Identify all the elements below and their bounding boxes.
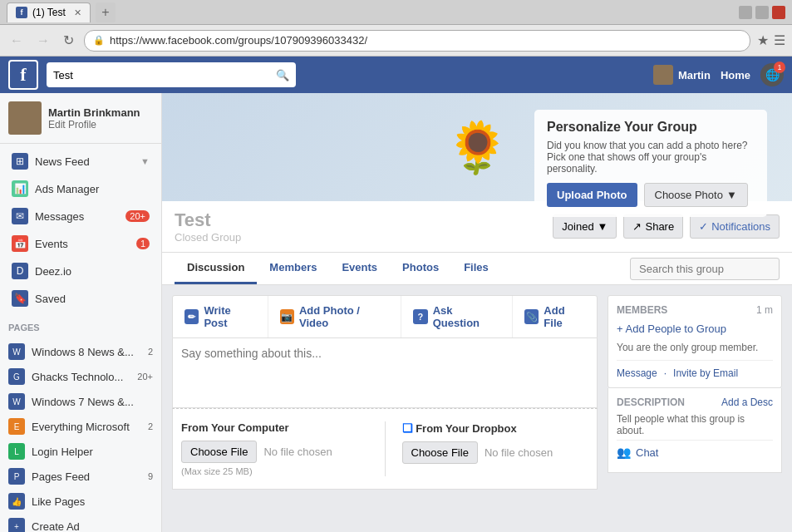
sidebar-item-messages[interactable]: ✉ Messages 20+	[3, 203, 158, 229]
computer-upload-section: From Your Computer Choose File No file c…	[181, 421, 368, 476]
back-button[interactable]: ←	[7, 32, 27, 50]
menu-icon[interactable]: ☰	[774, 32, 785, 48]
share-button[interactable]: ↗ Share	[623, 214, 683, 239]
group-search-input[interactable]	[630, 258, 780, 280]
facebook-search-bar[interactable]: 🔍	[47, 62, 296, 87]
address-bar[interactable]: 🔒 https://www.facebook.com/groups/107909…	[84, 30, 750, 52]
max-size-note: (Max size 25 MB)	[181, 466, 368, 476]
tab-title: (1) Test	[32, 7, 66, 18]
ads-icon: 📊	[12, 180, 28, 197]
sidebar-user-section: Martin Brinkmann Edit Profile	[0, 93, 161, 144]
ghacks-icon: G	[8, 368, 25, 385]
upload-photo-button[interactable]: Upload Photo	[547, 183, 637, 207]
tab-photos[interactable]: Photos	[390, 253, 451, 284]
page-item-win7[interactable]: W Windows 7 News &...	[0, 389, 161, 414]
group-search-bar[interactable]	[630, 258, 780, 280]
loginhelper-label: Login Helper	[32, 446, 153, 458]
content-area: 🌻 Personalize Your Group Did you know th…	[162, 93, 792, 532]
description-title: DESCRIPTION	[617, 397, 685, 408]
new-tab-button[interactable]: +	[96, 2, 116, 22]
sidebar-item-deez[interactable]: D Deez.io	[3, 258, 158, 284]
refresh-button[interactable]: ↻	[60, 31, 77, 50]
choose-photo-button[interactable]: Choose Photo ▼	[644, 183, 748, 207]
joined-label: Joined	[562, 220, 593, 233]
group-actions: Joined ▼ ↗ Share ✓ Notifications	[553, 214, 780, 239]
write-post-label: Write Post	[204, 304, 255, 329]
personalize-buttons: Upload Photo Choose Photo ▼	[547, 183, 755, 207]
facebook-logo[interactable]: f	[8, 60, 38, 90]
tab-write-post[interactable]: ✏ Write Post	[173, 296, 268, 337]
sidebar-item-adsmanager[interactable]: 📊 Ads Manager	[3, 175, 158, 202]
header-home-link[interactable]: Home	[721, 69, 750, 81]
group-type: Closed Group	[175, 231, 241, 244]
browser-addressbar: ← → ↻ 🔒 https://www.facebook.com/groups/…	[0, 25, 792, 57]
window-controls	[739, 6, 785, 19]
edit-profile-link[interactable]: Edit Profile	[48, 119, 140, 131]
no-file-computer-text: No file chosen	[263, 446, 332, 458]
tab-close-button[interactable]: ✕	[74, 7, 81, 18]
win8-page-label: Windows 8 News &...	[32, 346, 141, 358]
main-layout: Martin Brinkmann Edit Profile ⊞ News Fee…	[0, 93, 792, 532]
choose-file-computer-button[interactable]: Choose File	[181, 441, 257, 463]
ask-question-icon: ?	[413, 309, 427, 324]
tab-events[interactable]: Events	[329, 253, 390, 284]
window-maximize-button[interactable]	[755, 6, 769, 19]
messages-label: Messages	[35, 210, 119, 223]
chat-label[interactable]: Chat	[636, 446, 658, 459]
sidebar-item-saved[interactable]: 🔖 Saved	[3, 285, 158, 312]
choose-file-dropbox-button[interactable]: Choose File	[402, 441, 478, 464]
pages-list: W Windows 8 News &... 2 G Ghacks Technol…	[0, 336, 161, 532]
loginhelper-icon: L	[8, 443, 25, 460]
page-item-ghacks[interactable]: G Ghacks Technolo... 20+	[0, 364, 161, 389]
file-upload-area: From Your Computer Choose File No file c…	[172, 408, 598, 490]
page-item-loginhelper[interactable]: L Login Helper	[0, 439, 161, 464]
header-globe-button[interactable]: 🌐 1	[760, 63, 784, 86]
post-textarea[interactable]	[181, 347, 588, 397]
header-avatar	[653, 65, 673, 85]
browser-titlebar: f (1) Test ✕ +	[0, 0, 792, 25]
sidebar: Martin Brinkmann Edit Profile ⊞ News Fee…	[0, 93, 162, 532]
members-header: MEMBERS 1 m	[617, 304, 773, 316]
add-description-link[interactable]: Add a Desc	[721, 397, 773, 408]
header-user[interactable]: Martin	[653, 65, 711, 85]
sidebar-item-events[interactable]: 📅 Events 1	[3, 230, 158, 257]
add-people-link[interactable]: + Add People to Group	[617, 323, 773, 335]
browser-tab[interactable]: f (1) Test ✕	[7, 2, 91, 22]
add-photo-icon: 📷	[280, 309, 294, 324]
page-item-win8[interactable]: W Windows 8 News &... 2	[0, 339, 161, 364]
forward-button[interactable]: →	[33, 32, 53, 50]
personalize-title: Personalize Your Group	[547, 120, 755, 135]
flower-graphic: 🌻	[446, 118, 509, 177]
tab-files[interactable]: Files	[451, 253, 501, 284]
tab-add-file[interactable]: 📎 Add File	[513, 296, 597, 337]
invite-by-email-link[interactable]: Invite by Email	[673, 367, 738, 379]
dropbox-icon: ❑	[402, 421, 413, 435]
page-item-everything-ms[interactable]: E Everything Microsoft 2	[0, 414, 161, 439]
add-file-label: Add File	[544, 304, 585, 329]
tab-add-photo[interactable]: 📷 Add Photo / Video	[268, 296, 402, 337]
sidebar-item-newsfeed[interactable]: ⊞ News Feed ▼	[3, 148, 158, 175]
pages-section-title: PAGES	[0, 316, 161, 336]
window-close-button[interactable]	[772, 6, 785, 19]
message-link[interactable]: Message	[617, 367, 657, 379]
notifications-button[interactable]: ✓ Notifications	[690, 214, 780, 239]
members-title: MEMBERS	[617, 304, 667, 316]
facebook-search-input[interactable]	[53, 69, 271, 81]
bookmark-star-icon[interactable]: ★	[757, 32, 769, 48]
page-item-pagesfeed[interactable]: P Pages Feed 9	[0, 464, 161, 489]
page-item-likepages[interactable]: 👍 Like Pages	[0, 489, 161, 514]
createad-label: Create Ad	[32, 520, 153, 533]
facebook-header: f 🔍 Martin Home 🌐 1	[0, 57, 792, 93]
search-icon[interactable]: 🔍	[276, 69, 289, 81]
tab-discussion[interactable]: Discussion	[175, 253, 257, 284]
members-count: 1 m	[756, 304, 773, 316]
window-minimize-button[interactable]	[739, 6, 752, 19]
ads-label: Ads Manager	[35, 183, 150, 195]
share-label: Share	[645, 220, 674, 233]
tab-members[interactable]: Members	[257, 253, 329, 284]
tab-ask-question[interactable]: ? Ask Question	[401, 296, 513, 337]
joined-button[interactable]: Joined ▼	[553, 214, 617, 239]
pagesfeed-icon: P	[8, 468, 25, 485]
sidebar-user-name[interactable]: Martin Brinkmann	[48, 106, 140, 119]
page-item-createad[interactable]: + Create Ad	[0, 514, 161, 532]
